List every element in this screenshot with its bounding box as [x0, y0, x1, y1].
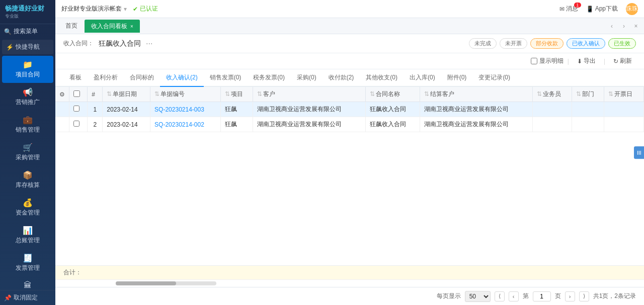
- per-page-label: 每页显示: [437, 292, 461, 300]
- row-checkbox-0[interactable]: [73, 106, 79, 112]
- sub-tab-0[interactable]: 看板: [63, 69, 88, 87]
- sub-tabs: 看板盈利分析合同标的收入确认(2)销售发票(0)税务发票(0)采购(0)收付款(…: [55, 69, 644, 87]
- company-selector[interactable]: 好业财专业版演示帐套 ▾: [61, 5, 127, 13]
- win-next-button[interactable]: ›: [620, 22, 628, 30]
- settings-icon[interactable]: ⚙: [59, 91, 65, 98]
- home-tab-label: 首页: [65, 22, 77, 29]
- sidebar-item-7[interactable]: 🧾 发票管理: [2, 249, 53, 276]
- sidebar-item-6[interactable]: 📊 总账管理: [2, 222, 53, 249]
- export-button[interactable]: ⬇ 导出: [573, 55, 600, 67]
- sub-tab-6[interactable]: 采购(0): [291, 69, 323, 87]
- tab-close-icon[interactable]: ×: [130, 24, 133, 29]
- tabbar: 首页 收入合同看板 × ‹ › ×: [55, 18, 644, 34]
- contract-board-tab[interactable]: 收入合同看板 ×: [85, 20, 140, 33]
- action-right: 显示明细 | ⬇ 导出 | ↻ 刷新: [531, 55, 636, 67]
- row-code-1[interactable]: SQ-20230214-002: [150, 117, 221, 132]
- per-page-select[interactable]: 50 100 200: [465, 291, 491, 302]
- next-page-button[interactable]: ›: [565, 291, 575, 301]
- th-date[interactable]: ⇅单据日期: [103, 87, 150, 102]
- table-row[interactable]: 1 2023-02-14 SQ-20230214-003 狂飙 湖南卫视商业运营…: [55, 102, 644, 117]
- cert-check-icon: ✔: [133, 6, 138, 13]
- status-tag-4[interactable]: 已生效: [608, 38, 636, 49]
- sub-tab-2[interactable]: 合同标的: [124, 69, 160, 87]
- status-tag-3[interactable]: 已收入确认: [567, 38, 605, 49]
- row-cb-0[interactable]: [69, 102, 88, 117]
- th-project-label: 项目: [231, 90, 243, 97]
- sidebar-item-3[interactable]: 🛒 采购管理: [2, 139, 53, 166]
- window-controls: ‹ › ×: [608, 22, 640, 30]
- row-code-link-0[interactable]: SQ-20230214-003: [154, 106, 204, 113]
- th-dept[interactable]: ⇅部门: [572, 87, 604, 102]
- sub-tab-3[interactable]: 收入确认(2): [160, 69, 204, 87]
- sub-tab-8[interactable]: 其他收支(0): [360, 69, 404, 87]
- last-page-button[interactable]: ⟩: [579, 291, 589, 301]
- th-project[interactable]: ⇅项目: [221, 87, 253, 102]
- th-contract-name[interactable]: ⇅合同名称: [366, 87, 420, 102]
- message-button[interactable]: ✉ 1 消息: [559, 5, 578, 13]
- sub-tab-4[interactable]: 销售发票(0): [204, 69, 248, 87]
- table-row[interactable]: 2 2023-02-14 SQ-20230214-002 狂飙 湖南卫视商业运营…: [55, 117, 644, 132]
- status-tag-1[interactable]: 未开票: [500, 38, 527, 49]
- sub-tab-7[interactable]: 收付款(2): [323, 69, 360, 87]
- sidebar-bottom[interactable]: 📌 取消固定: [0, 290, 55, 305]
- page-title-prefix: 收入合同：: [63, 39, 94, 48]
- horizontal-scrollbar[interactable]: [116, 281, 216, 285]
- sidebar-item-5[interactable]: 💰 资金管理: [2, 194, 53, 221]
- more-options-button[interactable]: ···: [146, 39, 152, 48]
- action-bar: 显示明细 | ⬇ 导出 | ↻ 刷新: [55, 53, 644, 69]
- search-icon: 🔍: [4, 28, 12, 35]
- sidebar-quick-nav[interactable]: ⚡ 快捷导航: [2, 40, 53, 54]
- sub-tab-11[interactable]: 变更记录(0): [472, 69, 516, 87]
- th-code[interactable]: ⇅单据编号: [150, 87, 221, 102]
- first-page-button[interactable]: ⟨: [495, 291, 505, 301]
- row-project-0: 狂飙: [221, 102, 253, 117]
- download-icon: 📱: [586, 6, 594, 13]
- topbar-right: ✉ 1 消息 📱 App下载 珠珠: [559, 3, 638, 15]
- th-end-customer[interactable]: ⇅结算客户: [420, 87, 532, 102]
- table-footer: 合计：: [55, 265, 644, 279]
- select-all-checkbox[interactable]: [73, 90, 80, 97]
- sidebar-search[interactable]: 🔍 搜索菜单: [0, 24, 55, 39]
- sub-tab-10[interactable]: 附件(0): [441, 69, 473, 87]
- display-detail-input[interactable]: [531, 58, 537, 64]
- app-download-button[interactable]: 📱 App下载: [586, 5, 618, 13]
- sidebar-item-4[interactable]: 📦 库存核算: [2, 166, 53, 193]
- sort-icon-2: ⇅: [154, 90, 159, 97]
- page-number-input[interactable]: [533, 291, 551, 301]
- sidebar-icon-5: 💰: [23, 198, 33, 208]
- sidebar-bottom-label: 取消固定: [14, 293, 38, 302]
- row-code-0[interactable]: SQ-20230214-003: [150, 102, 221, 117]
- status-tag-2[interactable]: 部分收款: [530, 38, 564, 49]
- sub-tab-9[interactable]: 出入库(0): [404, 69, 441, 87]
- win-close-button[interactable]: ×: [632, 22, 640, 30]
- status-tag-0[interactable]: 未完成: [469, 38, 497, 49]
- row-cb-1[interactable]: [69, 117, 88, 132]
- sidebar-logo: 畅捷通好业财 专业版: [0, 0, 55, 24]
- sub-tab-1[interactable]: 盈利分析: [88, 69, 124, 87]
- th-customer[interactable]: ⇅客户: [253, 87, 366, 102]
- horizontal-scrollbar-area[interactable]: [55, 279, 644, 287]
- th-open-date-label: 开票日: [614, 90, 632, 97]
- sidebar-item-8[interactable]: 🏛 税务管理: [2, 277, 53, 290]
- th-open-date[interactable]: ⇅开票日: [604, 87, 644, 102]
- sidebar-item-0[interactable]: 📁 项目合同: [2, 56, 53, 83]
- row-code-link-1[interactable]: SQ-20230214-002: [154, 121, 204, 128]
- th-end-customer-label: 结算客户: [430, 90, 454, 97]
- right-panel-toggle[interactable]: ≡: [634, 146, 644, 159]
- th-salesman[interactable]: ⇅业务员: [532, 87, 572, 102]
- sidebar-item-1[interactable]: 📢 营销推广: [2, 83, 53, 111]
- th-settings[interactable]: ⚙: [55, 87, 69, 102]
- win-prev-button[interactable]: ‹: [608, 22, 616, 30]
- display-detail-checkbox[interactable]: 显示明细: [531, 57, 564, 65]
- prev-page-button[interactable]: ‹: [509, 291, 519, 301]
- row-checkbox-1[interactable]: [73, 121, 79, 127]
- sub-tab-5[interactable]: 税务发票(0): [247, 69, 291, 87]
- refresh-button[interactable]: ↻ 刷新: [609, 55, 636, 67]
- pin-icon: 📌: [4, 294, 12, 301]
- horizontal-scrollbar-thumb[interactable]: [116, 281, 176, 285]
- sidebar: 畅捷通好业财 专业版 🔍 搜索菜单 ⚡ 快捷导航 📁 项目合同 📢 营销推广 💼…: [0, 0, 55, 305]
- refresh-label: 刷新: [620, 57, 632, 65]
- home-tab[interactable]: 首页: [59, 20, 84, 32]
- sidebar-item-2[interactable]: 💼 销售管理: [2, 111, 53, 138]
- user-avatar[interactable]: 珠珠: [626, 3, 638, 15]
